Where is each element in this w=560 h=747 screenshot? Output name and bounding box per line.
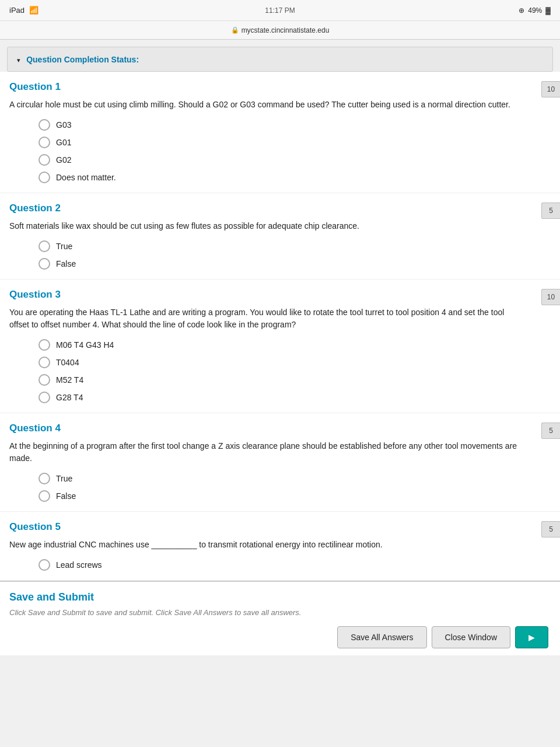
question-block-1: 10Question 1A circular hole must be cut … — [0, 72, 560, 193]
radio-circle-q3-o3 — [38, 374, 50, 386]
question-3-option-1[interactable]: M06 T4 G43 H4 — [38, 339, 525, 351]
radio-circle-q2-o1 — [38, 240, 50, 252]
question-5-option-1[interactable]: Lead screws — [38, 559, 525, 571]
url-text: mycstate.cincinnatistate.edu — [242, 26, 330, 34]
question-block-5: 5Question 5New age industrial CNC machin… — [0, 512, 560, 581]
question-1-option-2[interactable]: G01 — [38, 137, 525, 148]
wifi-icon: 📶 — [29, 6, 38, 15]
option-label-q2-o2: False — [56, 259, 76, 268]
option-label-q5-o1: Lead screws — [56, 560, 102, 570]
battery-icon: ⊕ — [519, 6, 524, 15]
submit-arrow-button[interactable]: ▶ — [515, 626, 548, 648]
question-1-text: A circular hole must be cut using climb … — [9, 99, 525, 111]
status-bar-center: 11:17 PM — [265, 6, 295, 15]
question-3-option-3[interactable]: M52 T4 — [38, 374, 525, 386]
question-1-option-3[interactable]: G02 — [38, 154, 525, 166]
time-display: 11:17 PM — [265, 6, 295, 15]
question-3-options: M06 T4 G43 H4T0404M52 T4G28 T4 — [9, 339, 525, 403]
device-label: iPad — [9, 6, 24, 15]
save-submit-title: Save and Submit — [9, 591, 551, 603]
save-all-answers-button[interactable]: Save All Answers — [337, 626, 426, 648]
url-bar[interactable]: 🔒 mycstate.cincinnatistate.edu — [0, 21, 560, 40]
question-2-option-2[interactable]: False — [38, 258, 525, 270]
question-2-points-badge: 5 — [541, 203, 560, 219]
option-label-q3-o3: M52 T4 — [56, 375, 83, 385]
collapse-arrow-icon[interactable]: ▾ — [17, 57, 20, 64]
question-4-option-1[interactable]: True — [38, 473, 525, 484]
status-bar: iPad 📶 11:17 PM ⊕ 49% ▓ — [0, 0, 560, 21]
question-5-options: Lead screws — [9, 559, 525, 571]
question-4-title: Question 4 — [9, 423, 525, 434]
save-submit-hint: Click Save and Submit to save and submit… — [9, 608, 551, 617]
question-4-text: At the beginning of a program after the … — [9, 440, 525, 465]
question-5-text: New age industrial CNC machines use ____… — [9, 539, 525, 551]
completion-status-bar: ▾ Question Completion Status: — [7, 47, 553, 72]
question-1-title: Question 1 — [9, 81, 525, 93]
battery-bar: ▓ — [545, 6, 551, 15]
radio-circle-q2-o2 — [38, 258, 50, 270]
option-label-q1-o2: G01 — [56, 138, 71, 147]
question-2-text: Soft materials like wax should be cut us… — [9, 220, 525, 232]
option-label-q1-o4: Does not matter. — [56, 173, 116, 182]
question-2-option-1[interactable]: True — [38, 240, 525, 252]
radio-circle-q5-o1 — [38, 559, 50, 571]
radio-circle-q3-o1 — [38, 339, 50, 351]
radio-circle-q1-o1 — [38, 119, 50, 131]
question-block-4: 5Question 4At the beginning of a program… — [0, 413, 560, 512]
footer-buttons: Save All Answers Close Window ▶ — [9, 626, 551, 648]
question-1-options: G03G01G02Does not matter. — [9, 119, 525, 183]
option-label-q1-o1: G03 — [56, 120, 71, 130]
question-3-option-2[interactable]: T0404 — [38, 357, 525, 368]
question-5-title: Question 5 — [9, 521, 525, 533]
question-1-option-1[interactable]: G03 — [38, 119, 525, 131]
option-label-q3-o2: T0404 — [56, 358, 79, 367]
status-bar-left: iPad 📶 — [9, 6, 38, 15]
question-1-points-badge: 10 — [541, 81, 560, 97]
question-4-options: TrueFalse — [9, 473, 525, 502]
radio-circle-q1-o2 — [38, 137, 50, 148]
question-4-points-badge: 5 — [541, 423, 560, 439]
question-3-text: You are operating the Haas TL-1 Lathe an… — [9, 306, 525, 331]
close-window-button[interactable]: Close Window — [432, 626, 510, 648]
option-label-q3-o4: G28 T4 — [56, 393, 83, 402]
option-label-q2-o1: True — [56, 242, 72, 251]
question-1-option-4[interactable]: Does not matter. — [38, 172, 525, 183]
main-content: 10Question 1A circular hole must be cut … — [0, 72, 560, 581]
question-block-2: 5Question 2Soft materials like wax shoul… — [0, 193, 560, 280]
battery-level: 49% — [528, 6, 542, 15]
option-label-q4-o1: True — [56, 474, 72, 483]
radio-circle-q3-o2 — [38, 357, 50, 368]
question-3-option-4[interactable]: G28 T4 — [38, 392, 525, 403]
status-bar-right: ⊕ 49% ▓ — [519, 6, 551, 15]
question-2-title: Question 2 — [9, 203, 525, 214]
question-block-3: 10Question 3You are operating the Haas T… — [0, 280, 560, 413]
question-2-options: TrueFalse — [9, 240, 525, 270]
radio-circle-q4-o2 — [38, 490, 50, 502]
radio-circle-q4-o1 — [38, 473, 50, 484]
question-3-title: Question 3 — [9, 289, 525, 301]
completion-status-label: Question Completion Status: — [26, 55, 139, 64]
lock-icon: 🔒 — [231, 26, 239, 34]
save-submit-section: Save and Submit Click Save and Submit to… — [0, 581, 560, 655]
radio-circle-q1-o4 — [38, 172, 50, 183]
question-3-points-badge: 10 — [541, 289, 560, 305]
question-4-option-2[interactable]: False — [38, 490, 525, 502]
option-label-q1-o3: G02 — [56, 155, 71, 165]
question-5-points-badge: 5 — [541, 521, 560, 537]
radio-circle-q3-o4 — [38, 392, 50, 403]
option-label-q3-o1: M06 T4 G43 H4 — [56, 340, 114, 350]
option-label-q4-o2: False — [56, 491, 76, 501]
radio-circle-q1-o3 — [38, 154, 50, 166]
